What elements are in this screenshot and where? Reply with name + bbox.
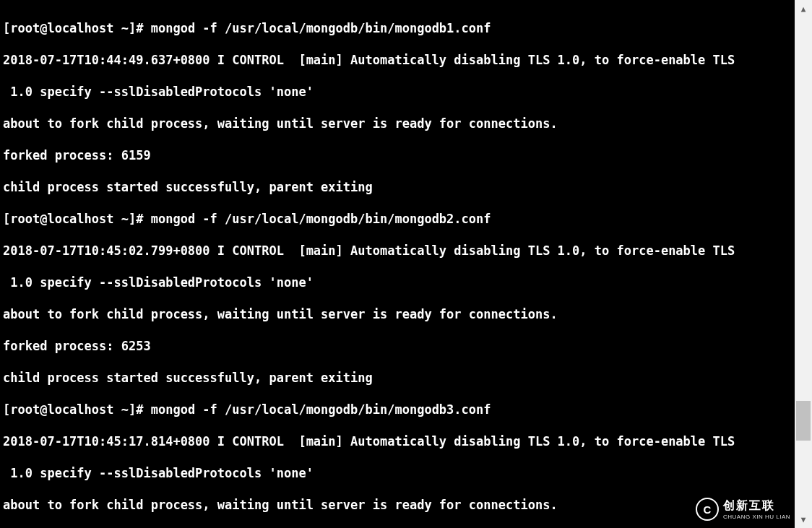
output-line: 2018-07-17T10:44:49.637+0800 I CONTROL [… xyxy=(3,52,792,68)
output-line: about to fork child process, waiting unt… xyxy=(3,116,792,131)
scrollbar-down-button[interactable]: ▼ xyxy=(795,511,812,528)
scrollbar-up-button[interactable]: ▲ xyxy=(795,0,812,17)
command-text: mongod -f /usr/local/mongodb/bin/mongodb… xyxy=(151,402,491,417)
command-text: mongod -f /usr/local/mongodb/bin/mongodb… xyxy=(151,21,491,35)
output-line: 1.0 specify --sslDisabledProtocols 'none… xyxy=(3,84,792,100)
shell-prompt: [root@localhost ~]# xyxy=(3,21,151,35)
terminal-output[interactable]: [root@localhost ~]# mongod -f /usr/local… xyxy=(0,0,795,528)
output-line: 2018-07-17T10:45:02.799+0800 I CONTROL [… xyxy=(3,243,792,259)
output-line: child process started successfully, pare… xyxy=(3,370,792,386)
output-line: 1.0 specify --sslDisabledProtocols 'none… xyxy=(3,465,792,481)
viewport: [root@localhost ~]# mongod -f /usr/local… xyxy=(0,0,812,528)
command-text: mongod -f /usr/local/mongodb/bin/mongodb… xyxy=(151,212,491,226)
output-line: 2018-07-17T10:45:17.814+0800 I CONTROL [… xyxy=(3,433,792,449)
scrollbar-thumb[interactable] xyxy=(796,401,811,441)
shell-prompt: [root@localhost ~]# xyxy=(3,402,151,417)
scrollbar-track[interactable]: ▲ ▼ xyxy=(795,0,812,528)
command-line: [root@localhost ~]# mongod -f /usr/local… xyxy=(3,211,792,227)
output-line: about to fork child process, waiting unt… xyxy=(3,306,792,322)
output-line: forked process: 6253 xyxy=(3,338,792,354)
output-line: 1.0 specify --sslDisabledProtocols 'none… xyxy=(3,274,792,290)
output-line: forked process: 6159 xyxy=(3,147,792,163)
output-line: about to fork child process, waiting unt… xyxy=(3,497,792,513)
command-line: [root@localhost ~]# mongod -f /usr/local… xyxy=(3,20,792,36)
chevron-up-icon: ▲ xyxy=(801,4,806,14)
shell-prompt: [root@localhost ~]# xyxy=(3,212,151,226)
output-line: child process started successfully, pare… xyxy=(3,179,792,195)
chevron-down-icon: ▼ xyxy=(801,515,806,524)
command-line: [root@localhost ~]# mongod -f /usr/local… xyxy=(3,402,792,417)
